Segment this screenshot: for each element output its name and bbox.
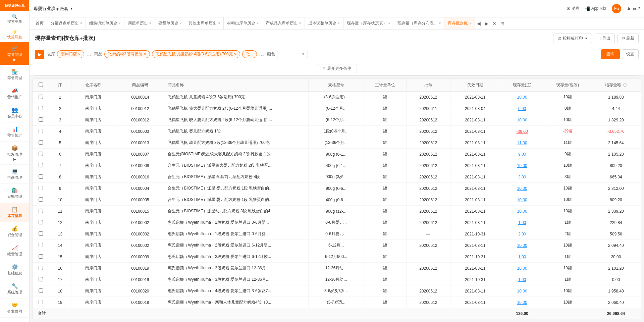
tab-transfer-close[interactable]: × [149, 21, 151, 25]
sidebar-item-shop[interactable]: 🏪 零售商城 [0, 65, 29, 84]
cell-stock-main[interactable]: 2.00 [500, 228, 544, 240]
cell-stock-main[interactable]: 10.00 [500, 263, 544, 274]
tab-prev-btn[interactable]: ◀ [475, 21, 483, 26]
row-checkbox[interactable] [39, 277, 43, 281]
sidebar-item-ecom[interactable]: 💻 电商管理 [0, 165, 29, 184]
cell-stock-main[interactable]: 10.00 [500, 92, 544, 103]
product-tag-2-close-icon[interactable]: × [234, 52, 236, 57]
sidebar-item-retail[interactable]: 🛒 零售管理 ▶ [0, 42, 29, 65]
cell-stock-main[interactable]: 11.00 [500, 137, 544, 149]
query-btn[interactable]: 查询 [601, 49, 620, 59]
product-tag-1[interactable]: 飞鹤奶粉3段两提装 × [104, 50, 150, 58]
color-dropdown[interactable]: ▼ [277, 51, 308, 58]
cell-check[interactable] [33, 297, 49, 308]
sidebar-item-finance[interactable]: 💰 资金管理 [0, 222, 29, 241]
cell-check[interactable] [33, 171, 49, 183]
row-checkbox[interactable] [39, 231, 43, 236]
tab-material-out-history[interactable]: 材料出库单历史 × [224, 17, 262, 30]
product-more-icon[interactable]: … [259, 51, 264, 57]
tab-stock-dist-close[interactable]: × [439, 21, 441, 25]
row-checkbox[interactable] [39, 197, 43, 202]
app-download-btn[interactable]: 📲 App下载 [585, 6, 606, 11]
tab-other-out-close[interactable]: × [218, 21, 220, 25]
sidebar-item-stats[interactable]: 📊 零售统计 [0, 122, 29, 142]
print-btn[interactable]: 🖨 按模板打印 ▼ [553, 34, 592, 43]
tab-more-btn[interactable]: ⊡ [498, 21, 506, 26]
cell-stock-main[interactable]: 1.00 [500, 251, 544, 263]
cell-check[interactable] [33, 263, 49, 274]
cell-check[interactable] [33, 274, 49, 285]
tab-split-history[interactable]: 分量盘点单历史 × [47, 17, 86, 30]
tab-other-out-history[interactable]: 其他出库单历史 × [185, 17, 224, 30]
tab-stock-status-close[interactable]: × [388, 21, 390, 25]
tab-close-all-btn[interactable]: ✕ [490, 21, 498, 26]
sidebar-item-marketing[interactable]: 📣 营销推广 [0, 84, 29, 103]
cell-stock-main[interactable]: 10.00 [500, 297, 544, 308]
amount-info-icon[interactable]: ⓘ [623, 83, 627, 87]
row-checkbox[interactable] [39, 163, 43, 167]
tab-transfer-history[interactable]: 调拨单历史 × [124, 17, 155, 30]
row-checkbox[interactable] [39, 209, 43, 213]
row-checkbox[interactable] [39, 129, 43, 133]
cell-stock-main[interactable]: -39.00 [500, 126, 544, 137]
row-checkbox[interactable] [39, 243, 43, 247]
tab-split-history-close[interactable]: × [80, 21, 82, 25]
export-btn[interactable]: ↓ 导出 [595, 34, 614, 43]
tab-material-out-close[interactable]: × [257, 21, 259, 25]
row-checkbox[interactable] [39, 288, 43, 293]
sidebar-item-guide[interactable]: 📖 新手引导 [0, 318, 29, 322]
cell-stock-main[interactable]: 0.00 [500, 103, 544, 114]
tab-stock-dist[interactable]: 现存量（库存分布表） × [394, 17, 445, 30]
sidebar-search-item[interactable]: 🔍 搜索英单 [0, 11, 29, 27]
row-checkbox[interactable] [39, 220, 43, 224]
cell-stock-main[interactable]: 10.00 [500, 114, 544, 126]
warehouse-more-icon[interactable]: … [86, 51, 92, 57]
row-checkbox[interactable] [39, 174, 43, 179]
sidebar-item-member[interactable]: 👥 会员中心 [0, 103, 29, 122]
tab-cost-adjust-history[interactable]: 成本调整单历史 × [305, 17, 343, 30]
product-tag-2[interactable]: 飞鹤星飞帆 儿童奶粉 4段(3-6岁适用) 700克 × [152, 50, 240, 58]
product-tag-1-close-icon[interactable]: × [144, 52, 146, 57]
select-all-checkbox[interactable] [39, 83, 43, 87]
product-tag-more[interactable]: 飞... [242, 50, 257, 58]
row-checkbox[interactable] [39, 186, 43, 190]
cell-check[interactable] [33, 285, 49, 297]
cell-stock-main[interactable]: 9.00 [500, 149, 544, 160]
cell-check[interactable] [33, 228, 49, 240]
cell-stock-main[interactable]: 10.00 [500, 183, 544, 194]
cell-stock-main[interactable]: 10.00 [500, 206, 544, 217]
account-dropdown[interactable]: 母婴行业演示账套 ▼ [34, 6, 73, 12]
tab-disassemble-history-close[interactable]: × [119, 21, 121, 25]
sidebar-item-basic[interactable]: ⚙️ 基础信息 [0, 260, 29, 279]
tab-stock-status[interactable]: 现存量（库存状况表） × [343, 17, 394, 30]
cell-check[interactable] [33, 114, 49, 126]
sidebar-item-wholesale[interactable]: 📦 批发管理 ▶ [0, 142, 29, 165]
sidebar-item-enterprise[interactable]: 🤝 企业协同 [0, 299, 29, 318]
row-checkbox[interactable] [39, 140, 43, 145]
sidebar-item-system[interactable]: 🔧 系统管理 [0, 279, 29, 299]
tab-batch-ledger[interactable]: 库存批次账 × [444, 17, 475, 30]
cell-check[interactable] [33, 92, 49, 103]
filter-expand-arrow[interactable]: ▶ [35, 50, 44, 59]
expand-conditions-btn[interactable]: ⊕ 展开更多条件 [317, 64, 357, 73]
row-checkbox[interactable] [39, 117, 43, 122]
row-checkbox[interactable] [39, 152, 43, 156]
sidebar-item-purchase[interactable]: 🛍️ 采购管理 [0, 184, 29, 203]
row-checkbox[interactable] [39, 300, 43, 304]
tab-cost-adjust-close[interactable]: × [338, 21, 340, 25]
cell-check[interactable] [33, 240, 49, 251]
warehouse-tag[interactable]: 南岸门店 × [57, 50, 84, 58]
cell-check[interactable] [33, 194, 49, 206]
row-checkbox[interactable] [39, 95, 43, 99]
cell-stock-main[interactable]: 1.00 [500, 274, 544, 285]
cell-check[interactable] [33, 149, 49, 160]
col-header-check[interactable] [33, 79, 49, 92]
cell-check[interactable] [33, 217, 49, 228]
cell-stock-main[interactable]: 10.00 [500, 194, 544, 206]
cell-check[interactable] [33, 103, 49, 114]
user-name[interactable]: demo2 [627, 6, 640, 11]
cell-stock-main[interactable]: 10.00 [500, 160, 544, 171]
tab-home[interactable]: 首页 [32, 17, 47, 30]
setting-btn[interactable]: 设置 [622, 49, 639, 59]
tab-requisition-history[interactable]: 要货单历史 × [155, 17, 185, 30]
